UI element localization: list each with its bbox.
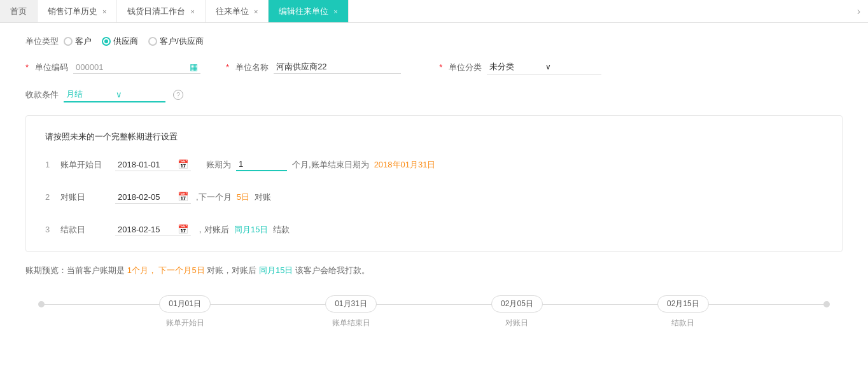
tab-edit-counterparty[interactable]: 编辑往来单位 × — [269, 0, 348, 22]
timeline-label-2: 账单结束日 — [332, 318, 370, 328]
unit-category-star: * — [439, 62, 442, 72]
unit-type-label: 单位类型 — [25, 36, 59, 47]
unit-name-star: * — [226, 62, 229, 72]
radio-customer-supplier[interactable]: 客户/供应商 — [148, 36, 204, 47]
row-3-date-input: 📅 — [115, 223, 191, 236]
row-3-label: 结款日 — [60, 224, 105, 236]
payment-select[interactable]: 月结 ∨ — [64, 87, 165, 102]
timeline-badge-4: 02月15日 — [657, 295, 709, 313]
tab-expand-button[interactable]: › — [850, 0, 868, 22]
settings-row-3: 3 结款日 📅 ，对账后 同月15日 结款 — [45, 223, 823, 236]
unit-name-label: 单位名称 — [235, 62, 269, 73]
unit-info-row: * 单位编码 ▦ * 单位名称 * 单位分类 未分类 ∨ — [25, 60, 843, 74]
tab-cash-work[interactable]: 钱货日清工作台 × — [117, 0, 205, 22]
row-2-num: 2 — [45, 192, 60, 202]
tab-bar: 首页 销售订单历史 × 钱货日清工作台 × 往来单位 × 编辑往来单位 × › — [0, 0, 868, 23]
tab-counterparty[interactable]: 往来单位 × — [206, 0, 269, 22]
settings-row-2: 2 对账日 📅 ,下一个月 5日 对账 — [45, 190, 823, 204]
unit-type-field: 单位类型 客户 供应商 客户/供应商 — [25, 36, 204, 47]
tab-home[interactable]: 首页 — [0, 0, 38, 22]
row-3-suffix-pre: ，对账后 — [196, 224, 229, 236]
unit-code-input-wrap: ▦ — [73, 60, 200, 74]
payment-label: 收款条件 — [25, 89, 59, 101]
row-1-period-input[interactable] — [236, 158, 287, 171]
unit-code-icon[interactable]: ▦ — [190, 62, 198, 72]
timeline-start-dot — [38, 301, 45, 307]
tab-sales-history-label: 销售订单历史 — [48, 6, 97, 17]
unit-code-input[interactable] — [76, 62, 187, 72]
preview-label: 账期预览：当前客户账期是 — [25, 265, 125, 275]
unit-type-radio-group: 客户 供应商 客户/供应商 — [64, 36, 204, 47]
row-3-suffix-highlight: 同月15日 — [234, 224, 268, 236]
unit-category-select[interactable]: 未分类 ∨ — [487, 60, 601, 74]
timeline-badge-3: 02月05日 — [491, 295, 543, 313]
tab-sales-history[interactable]: 销售订单历史 × — [38, 0, 117, 22]
row-2-date-input: 📅 — [115, 190, 191, 204]
row-1-date-field[interactable] — [118, 160, 175, 169]
preview-part1: 1个月， — [127, 265, 157, 275]
row-1-label: 账单开始日 — [60, 159, 105, 171]
payment-arrow-icon: ∨ — [116, 90, 163, 99]
settings-row-1: 1 账单开始日 📅 账期为 个月,账单结束日期为 2018年01月31日 — [45, 158, 823, 171]
tab-edit-counterparty-close[interactable]: × — [333, 8, 337, 15]
row-1-period-end: 2018年01月31日 — [374, 159, 436, 171]
row-2-date-field[interactable] — [118, 192, 175, 202]
radio-supplier-label: 供应商 — [113, 36, 138, 47]
timeline-node-2: 01月31日 账单结束日 — [325, 295, 377, 328]
tab-counterparty-close[interactable]: × — [254, 8, 258, 15]
row-3-suffix-post: 结款 — [273, 224, 290, 236]
tab-cash-work-close[interactable]: × — [190, 8, 194, 15]
row-1-period-prefix: 账期为 — [206, 159, 231, 171]
row-3-calendar-icon[interactable]: 📅 — [178, 224, 188, 234]
row-1-calendar-icon[interactable]: 📅 — [178, 159, 188, 169]
timeline-end-dot — [823, 301, 830, 307]
radio-customer-label: 客户 — [75, 36, 92, 47]
unit-code-label: 单位编码 — [35, 62, 68, 73]
payment-help-icon[interactable]: ? — [173, 90, 183, 100]
timeline-start — [38, 295, 45, 307]
unit-code-star: * — [25, 62, 29, 72]
row-2-suffix-pre: ,下一个月 — [196, 192, 232, 203]
row-2-suffix-post: 对账 — [255, 192, 271, 203]
unit-name-input[interactable] — [274, 61, 401, 74]
settings-box: 请按照未来的一个完整帐期进行设置 1 账单开始日 📅 账期为 个月,账单结束日期… — [25, 115, 843, 252]
row-2-label: 对账日 — [60, 192, 105, 203]
unit-category-label: 单位分类 — [449, 62, 482, 73]
radio-customer-supplier-label: 客户/供应商 — [160, 36, 204, 47]
tab-home-label: 首页 — [10, 6, 27, 17]
row-1-num: 1 — [45, 160, 60, 169]
main-content: 单位类型 客户 供应商 客户/供应商 * 单位编码 — [0, 23, 868, 387]
timeline-label-3: 对账日 — [505, 318, 528, 328]
unit-category-value: 未分类 — [489, 61, 543, 73]
row-3-num: 3 — [45, 225, 60, 234]
row-2-calendar-icon[interactable]: 📅 — [178, 192, 188, 202]
row-2-value: 📅 ,下一个月 5日 对账 — [115, 190, 271, 204]
payment-value: 月结 — [66, 88, 113, 100]
unit-code-field: * 单位编码 ▦ — [25, 60, 200, 74]
timeline-end — [823, 295, 830, 307]
timeline-node-1: 01月01日 账单开始日 — [159, 295, 211, 328]
timeline-inner: 01月01日 账单开始日 01月31日 账单结束日 02月05日 对账日 02月… — [38, 295, 830, 328]
timeline-badge-1: 01月01日 — [159, 295, 211, 313]
payment-field: 收款条件 月结 ∨ ? — [25, 87, 183, 102]
row-2-suffix-highlight: 5日 — [237, 192, 249, 203]
radio-supplier[interactable]: 供应商 — [102, 36, 138, 47]
tab-sales-history-close[interactable]: × — [102, 8, 106, 15]
timeline-node-4: 02月15日 结款日 — [657, 295, 709, 328]
unit-type-row: 单位类型 客户 供应商 客户/供应商 — [25, 36, 843, 47]
row-1-period-suffix: 个月,账单结束日期为 — [292, 159, 369, 171]
timeline-label-1: 账单开始日 — [166, 318, 204, 328]
row-1-value: 📅 账期为 个月,账单结束日期为 2018年01月31日 — [115, 158, 435, 171]
settings-instruction: 请按照未来的一个完整帐期进行设置 — [45, 131, 823, 143]
preview-part3: 对账，对账后 — [207, 265, 256, 275]
unit-category-field: * 单位分类 未分类 ∨ — [439, 60, 601, 74]
radio-customer[interactable]: 客户 — [64, 36, 92, 47]
preview-part2: 下一个月5日 — [158, 265, 204, 275]
tab-edit-counterparty-label: 编辑往来单位 — [279, 6, 328, 17]
unit-category-arrow-icon: ∨ — [545, 62, 599, 71]
timeline-node-3: 02月05日 对账日 — [491, 295, 543, 328]
timeline-label-4: 结款日 — [671, 318, 694, 328]
row-3-date-field[interactable] — [118, 225, 175, 234]
radio-supplier-circle — [102, 37, 111, 46]
payment-row: 收款条件 月结 ∨ ? — [25, 87, 843, 102]
